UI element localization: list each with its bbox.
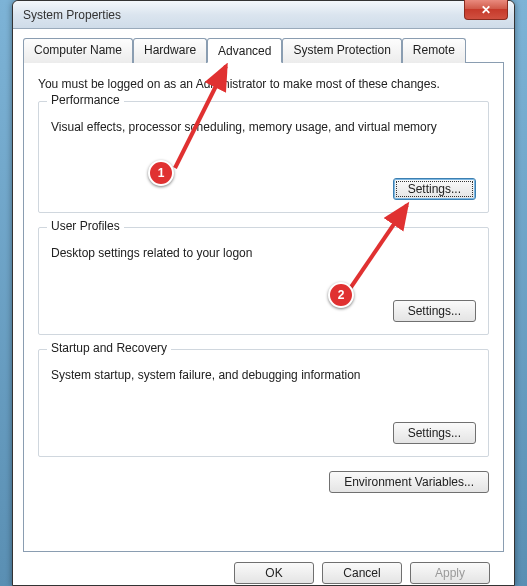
tab-computer-name[interactable]: Computer Name [23,38,133,63]
group-startup-desc: System startup, system failure, and debu… [51,368,476,382]
group-performance: Performance Visual effects, processor sc… [38,101,489,213]
content-area: Computer Name Hardware Advanced System P… [13,29,514,586]
tabstrip: Computer Name Hardware Advanced System P… [23,37,504,62]
group-user-profiles-title: User Profiles [47,219,124,233]
tab-remote[interactable]: Remote [402,38,466,63]
group-performance-desc: Visual effects, processor scheduling, me… [51,120,476,134]
cancel-button[interactable]: Cancel [322,562,402,584]
tab-system-protection[interactable]: System Protection [282,38,401,63]
tab-panel-advanced: You must be logged on as an Administrato… [23,62,504,552]
group-startup-title: Startup and Recovery [47,341,171,355]
dialog-buttons: OK Cancel Apply [23,552,504,584]
window-title: System Properties [23,8,121,22]
intro-text: You must be logged on as an Administrato… [38,77,489,91]
apply-button[interactable]: Apply [410,562,490,584]
close-icon: ✕ [481,3,491,17]
tab-hardware[interactable]: Hardware [133,38,207,63]
group-user-profiles-desc: Desktop settings related to your logon [51,246,476,260]
tab-advanced[interactable]: Advanced [207,38,282,63]
close-button[interactable]: ✕ [464,0,508,20]
group-user-profiles: User Profiles Desktop settings related t… [38,227,489,335]
group-performance-title: Performance [47,93,124,107]
ok-button[interactable]: OK [234,562,314,584]
environment-variables-button[interactable]: Environment Variables... [329,471,489,493]
startup-settings-button[interactable]: Settings... [393,422,476,444]
titlebar: System Properties ✕ [13,1,514,29]
performance-settings-button[interactable]: Settings... [393,178,476,200]
system-properties-window: System Properties ✕ Computer Name Hardwa… [12,0,515,586]
user-profiles-settings-button[interactable]: Settings... [393,300,476,322]
group-startup-recovery: Startup and Recovery System startup, sys… [38,349,489,457]
